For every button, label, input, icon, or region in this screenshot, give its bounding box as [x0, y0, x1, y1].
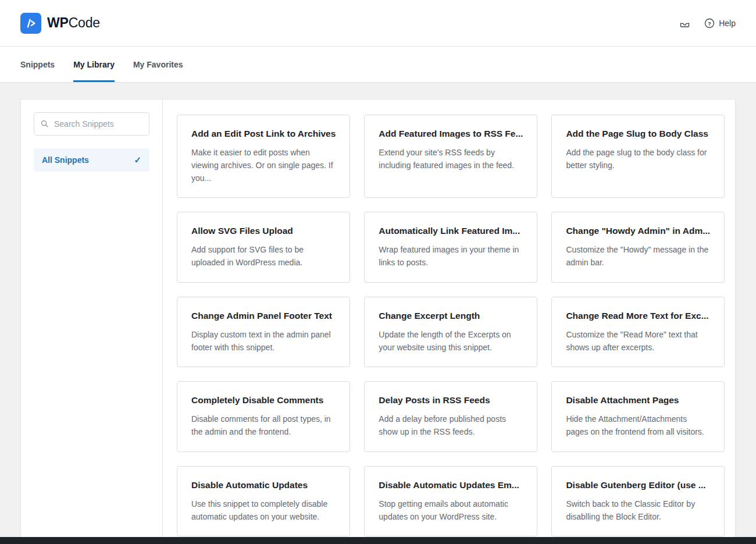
snippet-card[interactable]: Add Featured Images to RSS Fe... Extend … [364, 115, 537, 198]
search-icon [40, 119, 49, 128]
snippet-title: Add Featured Images to RSS Fe... [379, 128, 523, 140]
snippet-card[interactable]: Delay Posts in RSS Feeds Add a delay bef… [364, 381, 537, 452]
snippet-card[interactable]: Change Read More Text for Exc... Customi… [551, 297, 725, 368]
snippet-title: Add an Edit Post Link to Archives [191, 128, 336, 140]
wpcode-logo-icon [20, 13, 41, 34]
top-header: WPCode ? Help [0, 0, 756, 47]
snippet-card[interactable]: Disable Automatic Updates Use this snipp… [177, 466, 350, 537]
snippet-card[interactable]: Disable Gutenberg Editor (use ... Switch… [551, 466, 725, 537]
snippet-description: Customize the "Howdy" message in the adm… [566, 244, 710, 269]
library-panel: All Snippets ✓ Add an Edit Post Link to … [20, 99, 736, 544]
tab-my-favorites[interactable]: My Favorites [133, 47, 183, 82]
snippet-title: Change Read More Text for Exc... [566, 310, 710, 322]
snippet-card[interactable]: Completely Disable Comments Disable comm… [177, 381, 350, 452]
tab-bar: Snippets My Library My Favorites [0, 47, 756, 83]
snippet-title: Add the Page Slug to Body Class [566, 128, 710, 140]
snippet-description: Hide the Attachment/Attachments pages on… [566, 413, 710, 438]
brand-name: WPCode [47, 15, 100, 31]
snippet-card[interactable]: Automatically Link Featured Im... Wrap f… [364, 212, 537, 283]
snippet-description: Extend your site's RSS feeds by includin… [379, 147, 523, 172]
snippet-title: Disable Automatic Updates [191, 479, 336, 491]
checkmark-icon: ✓ [134, 155, 141, 165]
help-label: Help [719, 19, 736, 28]
snippet-description: Stop getting emails about automatic upda… [379, 498, 523, 523]
snippet-card[interactable]: Disable Attachment Pages Hide the Attach… [551, 381, 725, 452]
snippet-title: Disable Gutenberg Editor (use ... [566, 479, 710, 491]
snippet-description: Disable comments for all post types, in … [191, 413, 336, 438]
snippet-description: Add a delay before published posts show … [379, 413, 523, 438]
brand-name-bold: WP [47, 15, 69, 30]
snippet-title: Disable Attachment Pages [566, 394, 710, 406]
wpcode-brand: WPCode [20, 13, 100, 34]
sidebar-item-label: All Snippets [42, 155, 89, 165]
tab-snippets[interactable]: Snippets [20, 47, 55, 82]
cards-area: Add an Edit Post Link to Archives Make i… [163, 99, 739, 544]
snippet-title: Change Admin Panel Footer Text [191, 310, 336, 322]
help-icon: ? [704, 17, 715, 29]
snippet-description: Customize the "Read More" text that show… [566, 329, 710, 354]
snippet-title: Automatically Link Featured Im... [379, 225, 523, 237]
svg-text:?: ? [708, 20, 711, 26]
snippet-title: Disable Automatic Updates Em... [379, 479, 523, 491]
snippet-description: Wrap featured images in your theme in li… [379, 244, 523, 269]
snippet-card[interactable]: Disable Automatic Updates Em... Stop get… [364, 466, 537, 537]
snippet-card[interactable]: Allow SVG Files Upload Add support for S… [177, 212, 350, 283]
inbox-button[interactable] [679, 17, 691, 29]
help-button[interactable]: ? Help [704, 17, 736, 29]
snippet-description: Update the length of the Excerpts on you… [379, 329, 523, 354]
snippet-title: Delay Posts in RSS Feeds [379, 394, 523, 406]
page-bottom-bar [0, 537, 756, 544]
snippet-card[interactable]: Change Admin Panel Footer Text Display c… [177, 297, 350, 368]
snippet-title: Change "Howdy Admin" in Adm... [566, 225, 710, 237]
snippet-card[interactable]: Change "Howdy Admin" in Adm... Customize… [551, 212, 725, 283]
tab-my-library[interactable]: My Library [73, 47, 115, 82]
snippet-card[interactable]: Add an Edit Post Link to Archives Make i… [177, 115, 350, 198]
sidebar: All Snippets ✓ [21, 99, 163, 544]
search-input[interactable] [34, 112, 149, 136]
snippet-card[interactable]: Add the Page Slug to Body Class Add the … [551, 115, 725, 198]
snippet-description: Make it easier to edit posts when viewin… [191, 147, 336, 184]
cards-grid: Add an Edit Post Link to Archives Make i… [177, 115, 725, 536]
sidebar-item-all-snippets[interactable]: All Snippets ✓ [34, 148, 149, 172]
snippet-description: Use this snippet to completely disable a… [191, 498, 336, 523]
snippet-description: Switch back to the Classic Editor by dis… [566, 498, 710, 523]
snippet-title: Completely Disable Comments [191, 394, 336, 406]
main-content: All Snippets ✓ Add an Edit Post Link to … [0, 83, 756, 544]
inbox-icon [679, 17, 691, 29]
snippet-description: Display custom text in the admin panel f… [191, 329, 336, 354]
snippet-title: Change Excerpt Length [379, 310, 523, 322]
search-wrap [34, 112, 149, 136]
snippet-title: Allow SVG Files Upload [191, 225, 336, 237]
snippet-description: Add support for SVG files to be uploaded… [191, 244, 336, 269]
snippet-description: Add the page slug to the body class for … [566, 147, 710, 172]
brand-name-rest: Code [69, 15, 100, 30]
snippet-card[interactable]: Change Excerpt Length Update the length … [364, 297, 537, 368]
